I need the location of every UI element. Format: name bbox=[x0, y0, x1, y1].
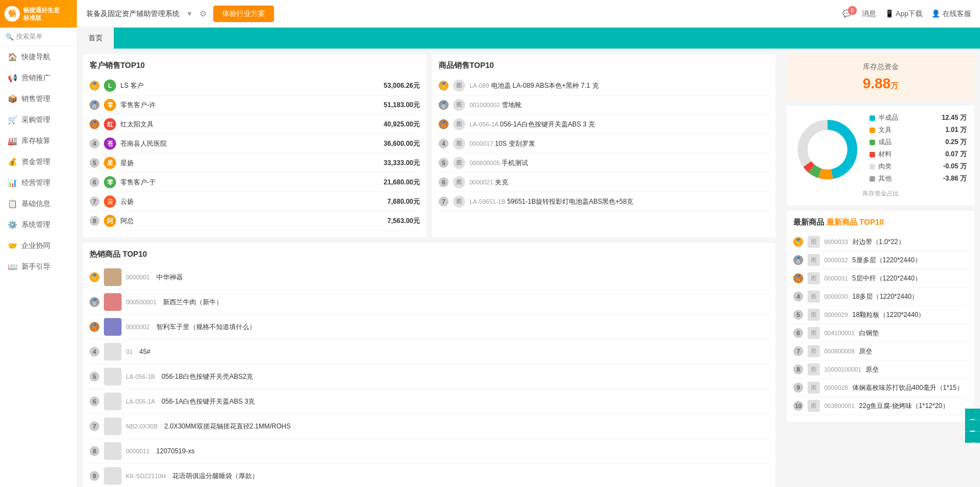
customer-value-2: 51,183.00元 bbox=[384, 100, 420, 110]
hot-item-5: 5 LA-056-1B 056-1B白色按键开关壳ABS2克 bbox=[89, 364, 769, 389]
rank-item-8: 8 阿 阿总 7,563.00元 bbox=[89, 211, 420, 231]
sidebar: 畅 畅捷通好生意 标准版 🔍 搜索菜单 🏠 快捷导航 📢 营销推广 📦 销售管理… bbox=[0, 0, 77, 487]
sidebar-item-purchase[interactable]: 🛒 采购管理 bbox=[0, 109, 77, 130]
product-thumb-4: 图 bbox=[453, 137, 465, 150]
legend-dot-6 bbox=[870, 176, 875, 182]
legend-item-1: 半成品 12.45 万 bbox=[870, 113, 967, 123]
customer-ranking-title: 客户销售TOP10 bbox=[89, 61, 420, 71]
hot-products-card: 热销商品 TOP10 🥇 0000001 中华神器 🥈 000500001 新西… bbox=[83, 243, 776, 487]
legend-item-6: 其他 -3.86 万 bbox=[870, 174, 967, 183]
enterprise-icon: 🤝 bbox=[8, 241, 17, 250]
logo-text: 畅捷通好生意 标准版 bbox=[23, 6, 60, 22]
np-rank-10: 10 bbox=[793, 401, 803, 411]
middle-section: 客户销售TOP10 🥇 L LS 客户 53,006.26元 🥈 零 零售客户-… bbox=[77, 49, 781, 487]
legend-dot-3 bbox=[870, 140, 875, 145]
hot-medal-3: 🥉 bbox=[89, 322, 99, 332]
np-thumb-4: 图 bbox=[808, 290, 820, 303]
product-num-4: 4 bbox=[439, 139, 449, 149]
topbar-right: 💬6 消息 📱 App下载 👤 在线客服 bbox=[842, 9, 971, 19]
tab-home[interactable]: 首页 bbox=[77, 28, 114, 49]
sidebar-item-marketing[interactable]: 📢 营销推广 bbox=[0, 67, 77, 88]
sidebar-item-inventory[interactable]: 🏭 库存核算 bbox=[0, 130, 77, 151]
legend-item-4: 材料 0.07 万 bbox=[870, 150, 967, 159]
app-download-btn[interactable]: 📱 App下载 bbox=[885, 9, 923, 19]
rank-medal-3: 🥉 bbox=[89, 119, 99, 129]
hot-item-3: 🥉 0000002 智利车子里（规格不知道填什么） bbox=[89, 315, 769, 340]
sidebar-item-system[interactable]: ⚙️ 系统管理 bbox=[0, 214, 77, 235]
settings-icon[interactable]: ⚙ bbox=[199, 9, 207, 19]
online-service-btn[interactable]: 👤 在线客服 bbox=[931, 9, 971, 19]
hot-thumb-2 bbox=[104, 293, 122, 311]
sidebar-logo: 畅 畅捷通好生意 标准版 bbox=[0, 0, 77, 28]
product-name-1: LA-089 电池盖 LA-089 ABS本色+黑种 7.1 克 bbox=[470, 81, 769, 91]
hot-products-title: 热销商品 TOP10 bbox=[89, 250, 769, 260]
product-num-5: 5 bbox=[439, 158, 449, 168]
customer-avatar-4: 苍 bbox=[104, 137, 116, 150]
experience-btn[interactable]: 体验行业方案 bbox=[213, 6, 274, 22]
customer-name-4: 苍南县人民医院 bbox=[120, 139, 380, 149]
legend-dot-5 bbox=[870, 164, 875, 170]
np-rank-9: 9 bbox=[793, 383, 803, 393]
np-thumb-1: 图 bbox=[808, 236, 820, 248]
np-item-1: 🥇 图 0000033 封边带（1.0*22） bbox=[793, 233, 968, 251]
product-name-2: 001000002 雪地靴 bbox=[470, 100, 769, 110]
hot-thumb-5 bbox=[104, 368, 122, 385]
topbar: 装备及固定资产辅助管理系统 ▼ ⚙ 体验行业方案 💬6 消息 📱 App下载 👤… bbox=[77, 0, 980, 28]
newest-products-title: 最新商品 最新商品 TOP10 bbox=[793, 218, 968, 227]
sidebar-item-home[interactable]: 🏠 快捷导航 bbox=[0, 46, 77, 67]
dropdown-arrow-icon[interactable]: ▼ bbox=[186, 10, 193, 18]
float-btn-live[interactable]: 直播 bbox=[965, 432, 980, 443]
customer-avatar-7: 云 bbox=[104, 195, 116, 208]
customer-value-3: 40,925.00元 bbox=[384, 120, 420, 129]
np-thumb-6: 图 bbox=[808, 327, 820, 339]
np-thumb-2: 图 bbox=[808, 254, 820, 266]
hot-rank-6: 6 bbox=[89, 396, 99, 406]
hot-medal-2: 🥈 bbox=[89, 297, 99, 307]
sidebar-item-enterprise[interactable]: 🤝 企业协同 bbox=[0, 235, 77, 256]
hot-thumb-6 bbox=[104, 393, 122, 410]
np-item-9: 9 图 0000028 体娴嘉枚味苏打饮品400毫升（1*15） bbox=[793, 379, 968, 397]
product-thumb-1: 图 bbox=[453, 80, 465, 92]
product-thumb-3: 图 bbox=[453, 118, 465, 130]
inventory-chart-card: 半成品 12.45 万 文具 1.01 万 成品 0.25 万 bbox=[787, 105, 974, 205]
legend-dot-2 bbox=[870, 128, 875, 133]
newest-products-card: 最新商品 最新商品 TOP10 🥇 图 0000033 封边带（1.0*22） … bbox=[787, 211, 974, 422]
sidebar-item-guide[interactable]: 📖 新手引导 bbox=[0, 256, 77, 277]
hot-thumb-4 bbox=[104, 343, 122, 361]
np-item-7: 7 图 000800008 原垒 bbox=[793, 342, 968, 361]
product-name-7: LA-59651-1B 59651-1B旋转投影灯电池盖ABS黑色+58克 bbox=[470, 197, 769, 207]
product-ranking-card: 商品销售TOP10 🥇 图 LA-089 电池盖 LA-089 ABS本色+黑种… bbox=[432, 54, 776, 237]
sidebar-item-finance[interactable]: 💰 资金管理 bbox=[0, 151, 77, 172]
sidebar-item-sales[interactable]: 📦 销售管理 bbox=[0, 88, 77, 109]
chart-subtitle: 库存资金占比 bbox=[794, 189, 967, 198]
np-thumb-5: 图 bbox=[808, 309, 820, 321]
customer-name-6: 零售客户-于 bbox=[120, 178, 380, 187]
search-icon: 🔍 bbox=[6, 33, 14, 41]
rank-num-6: 6 bbox=[89, 177, 99, 187]
product-num-6: 6 bbox=[439, 177, 449, 187]
float-btn-service[interactable]: 客服热线 bbox=[965, 409, 980, 420]
customer-name-3: 红太阳文具 bbox=[120, 120, 380, 129]
customer-name-5: 星扬 bbox=[120, 158, 380, 168]
np-item-10: 10 图 003800001 22g鱼豆腐-烧烤味（1*12*20） bbox=[793, 397, 968, 415]
legend-dot-4 bbox=[870, 152, 875, 157]
np-thumb-3: 图 bbox=[808, 272, 820, 284]
np-rank-6: 6 bbox=[793, 328, 803, 338]
np-item-4: 4 图 0000030 18多层（1220*2440） bbox=[793, 288, 968, 306]
sidebar-item-operations[interactable]: 📊 经营管理 bbox=[0, 172, 77, 193]
purchase-icon: 🛒 bbox=[8, 115, 17, 124]
right-panel: 库存总资金 9.88万 bbox=[781, 49, 980, 487]
float-btn-community[interactable]: 服务社区 bbox=[965, 420, 980, 432]
search-menu-btn[interactable]: 🔍 搜索菜单 bbox=[0, 28, 77, 46]
rank-item-4: 4 苍 苍南县人民医院 36,600.00元 bbox=[89, 134, 420, 153]
legend-item-5: 肉类 -0.05 万 bbox=[870, 162, 967, 171]
hot-rank-4: 4 bbox=[89, 347, 99, 357]
product-name-6: 0000021 夹克 bbox=[470, 178, 769, 187]
hot-item-4: 4 01 45# bbox=[89, 340, 769, 364]
sidebar-item-basic-info[interactable]: 📋 基础信息 bbox=[0, 193, 77, 214]
message-icon[interactable]: 💬6 消息 bbox=[842, 9, 877, 19]
hot-thumb-1 bbox=[104, 268, 122, 286]
product-thumb-2: 图 bbox=[453, 99, 465, 111]
customer-avatar-2: 零 bbox=[104, 99, 116, 111]
customer-name-8: 阿总 bbox=[120, 216, 383, 226]
